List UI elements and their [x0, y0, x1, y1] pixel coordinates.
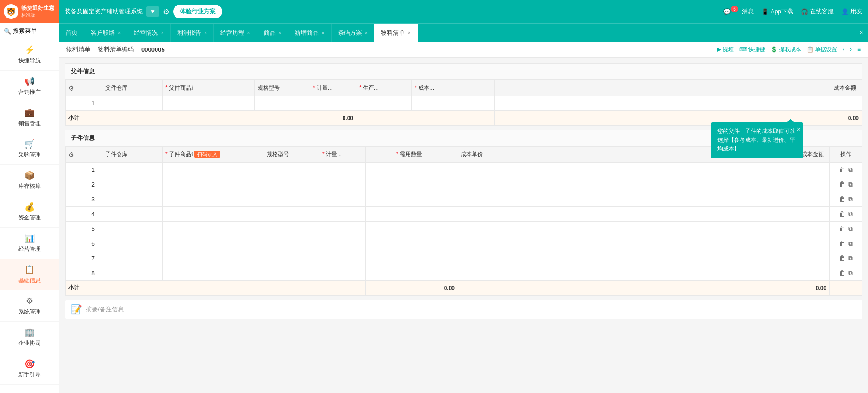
child-row8-warehouse[interactable]	[102, 266, 163, 281]
child-row7-quantity[interactable]	[393, 251, 458, 266]
child-row8-quantity[interactable]	[393, 266, 458, 281]
child-row7-unit-cost[interactable]	[458, 251, 513, 266]
delete-row6-button[interactable]: 🗑	[839, 240, 845, 248]
parent-row-production[interactable]	[356, 96, 412, 111]
sidebar-item-inventory[interactable]: 📦 库存核算	[0, 165, 59, 196]
child-row1-unit[interactable]	[319, 163, 366, 177]
child-row7-spec[interactable]	[264, 251, 319, 266]
user-button[interactable]: 👤 用友	[841, 7, 862, 16]
child-row1-quantity[interactable]	[393, 163, 458, 177]
tab-business-close[interactable]: ×	[161, 30, 163, 36]
child-row6-warehouse[interactable]	[102, 236, 163, 251]
tab-home[interactable]: 首页	[59, 24, 84, 42]
app-download-button[interactable]: 📱 App下载	[761, 7, 793, 16]
copy-row7-button[interactable]: ⧉	[848, 254, 853, 262]
delete-row7-button[interactable]: 🗑	[839, 254, 845, 262]
nav-prev-icon[interactable]: ‹	[843, 46, 844, 53]
parent-row-product[interactable]	[163, 96, 255, 111]
tab-new-goods[interactable]: 新增商品 ×	[288, 24, 331, 42]
delete-row2-button[interactable]: 🗑	[839, 181, 845, 188]
tab-business[interactable]: 经营情况 ×	[127, 24, 170, 42]
child-row6-quantity[interactable]	[393, 236, 458, 251]
child-row6-product[interactable]	[163, 236, 264, 251]
child-row5-spec[interactable]	[264, 222, 319, 236]
child-row2-quantity[interactable]	[393, 177, 458, 192]
child-row2-unit-cost[interactable]	[458, 177, 513, 192]
sidebar-item-system[interactable]: ⚙ 系统管理	[0, 290, 59, 322]
system-dropdown[interactable]: ▼	[146, 6, 159, 17]
child-row7-product[interactable]	[163, 251, 264, 266]
copy-row8-button[interactable]: ⧉	[848, 269, 853, 277]
parent-row-warehouse[interactable]	[102, 96, 163, 111]
copy-row6-button[interactable]: ⧉	[848, 240, 853, 248]
child-row4-product[interactable]	[163, 207, 264, 222]
copy-row1-button[interactable]: ⧉	[848, 166, 853, 174]
child-row2-spec[interactable]	[264, 177, 319, 192]
gear-icon[interactable]: ⚙	[163, 7, 169, 16]
child-row8-unit-cost[interactable]	[458, 266, 513, 281]
copy-row3-button[interactable]: ⧉	[848, 195, 853, 203]
child-row5-unit-cost[interactable]	[458, 222, 513, 236]
list-icon[interactable]: ≡	[857, 46, 861, 53]
sidebar-item-enterprise[interactable]: 🏢 企业协同	[0, 322, 59, 353]
view-video-button[interactable]: ▶ 视频	[717, 46, 734, 54]
child-row3-quantity[interactable]	[393, 192, 458, 207]
child-row5-warehouse[interactable]	[102, 222, 163, 236]
shortcut-button[interactable]: ⌨ 快捷键	[739, 46, 765, 54]
online-service-button[interactable]: 🎧 在线客服	[801, 7, 834, 16]
tab-barcode-close[interactable]: ×	[365, 30, 368, 36]
doc-settings-button[interactable]: 📋 单据设置	[807, 46, 837, 54]
child-row8-unit[interactable]	[319, 266, 366, 281]
child-row2-unit[interactable]	[319, 177, 366, 192]
child-row4-spec[interactable]	[264, 207, 319, 222]
tab-history[interactable]: 经营历程 ×	[214, 24, 257, 42]
tab-goods-close[interactable]: ×	[278, 30, 281, 36]
tab-new-goods-close[interactable]: ×	[321, 30, 324, 36]
child-row7-unit[interactable]	[319, 251, 366, 266]
sidebar-item-operations[interactable]: 📊 经营管理	[0, 228, 59, 259]
child-row5-product[interactable]	[163, 222, 264, 236]
close-all-tabs[interactable]: ×	[855, 29, 868, 37]
child-row3-product[interactable]	[163, 192, 264, 207]
child-row2-product[interactable]	[163, 177, 264, 192]
child-row4-unit-cost[interactable]	[458, 207, 513, 222]
tab-bom[interactable]: 物料清单 ×	[374, 24, 417, 42]
child-row6-unit[interactable]	[319, 236, 366, 251]
sidebar-item-marketing[interactable]: 📢 营销推广	[0, 71, 59, 102]
copy-row2-button[interactable]: ⧉	[848, 181, 853, 188]
tab-barcode[interactable]: 条码方案 ×	[332, 24, 374, 42]
trial-button[interactable]: 体验行业方案	[173, 5, 222, 18]
delete-row8-button[interactable]: 🗑	[839, 269, 845, 277]
child-row3-unit[interactable]	[319, 192, 366, 207]
child-row3-warehouse[interactable]	[102, 192, 163, 207]
tab-goods[interactable]: 商品 ×	[257, 24, 288, 42]
search-menu[interactable]: 🔍 搜索菜单	[0, 23, 59, 39]
message-button[interactable]: 💬 6 消息	[723, 7, 754, 16]
parent-row-spec[interactable]	[255, 96, 310, 111]
child-row3-spec[interactable]	[264, 192, 319, 207]
child-row1-warehouse[interactable]	[102, 163, 163, 177]
child-row8-spec[interactable]	[264, 266, 319, 281]
child-row6-unit-cost[interactable]	[458, 236, 513, 251]
scan-badge[interactable]: 扫码录入	[194, 151, 220, 158]
child-row8-product[interactable]	[163, 266, 264, 281]
tab-bom-close[interactable]: ×	[408, 30, 410, 36]
tab-profit[interactable]: 利润报告 ×	[171, 24, 214, 42]
copy-row5-button[interactable]: ⧉	[848, 225, 853, 233]
child-row1-unit-cost[interactable]	[458, 163, 513, 177]
parent-row-cost[interactable]	[412, 96, 467, 111]
child-row5-quantity[interactable]	[393, 222, 458, 236]
parent-row-unit[interactable]	[310, 96, 356, 111]
delete-row4-button[interactable]: 🗑	[839, 210, 845, 218]
sidebar-item-finance[interactable]: 💰 资金管理	[0, 196, 59, 228]
nav-next-icon[interactable]: ›	[850, 46, 852, 53]
child-row1-product[interactable]	[163, 163, 264, 177]
delete-row5-button[interactable]: 🗑	[839, 225, 845, 233]
parent-settings-icon[interactable]: ⚙	[68, 85, 74, 92]
child-row4-quantity[interactable]	[393, 207, 458, 222]
sidebar-item-sales[interactable]: 💼 销售管理	[0, 102, 59, 133]
child-row2-warehouse[interactable]	[102, 177, 163, 192]
tab-history-close[interactable]: ×	[247, 30, 250, 36]
tab-customers-close[interactable]: ×	[118, 30, 121, 36]
sidebar-item-quick-nav[interactable]: ⚡ 快捷导航	[0, 39, 59, 71]
